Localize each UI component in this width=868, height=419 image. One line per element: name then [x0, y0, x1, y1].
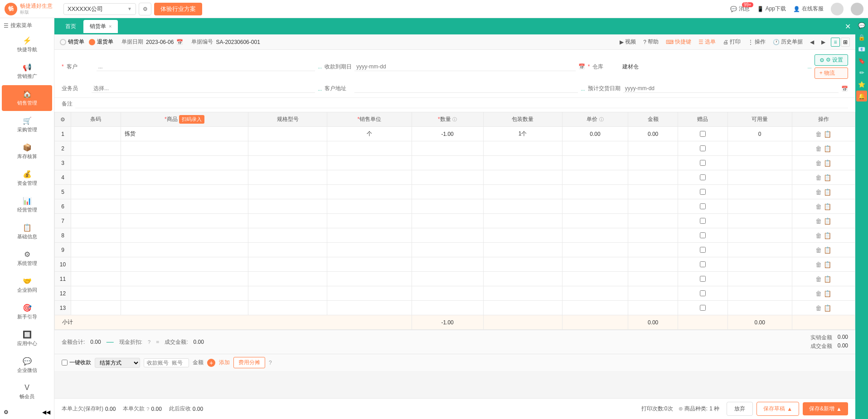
- row-pkg-qty[interactable]: [483, 301, 562, 315]
- delete-row-button[interactable]: 🗑: [815, 145, 822, 152]
- sidebar-item-search[interactable]: ☰ 搜索菜单: [0, 18, 54, 31]
- row-unit[interactable]: [327, 170, 412, 185]
- setting-button[interactable]: ⚙ ⚙ 设置: [815, 54, 848, 66]
- scan-button[interactable]: 扫码录入: [179, 115, 204, 124]
- customer-addr-input[interactable]: [354, 84, 578, 93]
- company-selector[interactable]: XXXXXX公司 ▼: [63, 3, 136, 15]
- copy-row-button[interactable]: 📋: [824, 203, 831, 210]
- row-product[interactable]: [121, 257, 248, 272]
- rs-icon-chat[interactable]: 💬: [856, 20, 867, 31]
- row-unit[interactable]: [327, 301, 412, 315]
- gift-checkbox[interactable]: [700, 189, 706, 195]
- sidebar-item-system[interactable]: ⚙ 系统管理: [2, 246, 52, 271]
- calendar-due-icon[interactable]: 📅: [578, 63, 585, 70]
- row-barcode[interactable]: [71, 272, 121, 286]
- next-icon[interactable]: ▶: [820, 38, 827, 46]
- close-all-tabs-icon[interactable]: ✕: [845, 22, 851, 31]
- row-product[interactable]: [121, 185, 248, 199]
- trial-button[interactable]: 体验行业方案: [154, 3, 202, 15]
- discount-help-icon[interactable]: ?: [148, 339, 150, 345]
- row-amount[interactable]: [628, 243, 678, 257]
- row-qty[interactable]: -1.00: [412, 127, 483, 141]
- add-payment-label[interactable]: 添加: [219, 359, 230, 366]
- copy-row-button[interactable]: 📋: [824, 246, 831, 254]
- row-barcode[interactable]: [71, 257, 121, 272]
- copy-row-button[interactable]: 📋: [824, 130, 831, 138]
- one-click-payment-check[interactable]: 一键收款: [62, 359, 91, 366]
- row-gift[interactable]: [678, 286, 727, 301]
- row-amount[interactable]: [628, 301, 678, 315]
- copy-row-button[interactable]: 📋: [824, 217, 831, 225]
- row-price[interactable]: [562, 156, 628, 170]
- row-qty[interactable]: [412, 156, 483, 170]
- prev-icon[interactable]: ◀: [808, 38, 816, 46]
- one-click-checkbox[interactable]: [62, 360, 68, 366]
- row-qty[interactable]: [412, 185, 483, 199]
- row-pkg-qty[interactable]: [483, 228, 562, 243]
- settings-icon[interactable]: ⚙: [139, 3, 151, 15]
- sidebar-settings-icon[interactable]: ⚙: [4, 409, 9, 415]
- warehouse-more-btn[interactable]: ...: [807, 64, 811, 69]
- delete-row-button[interactable]: 🗑: [815, 217, 822, 225]
- row-barcode[interactable]: [71, 301, 121, 315]
- rs-icon-star[interactable]: ⭐: [856, 79, 867, 90]
- copy-row-button[interactable]: 📋: [824, 145, 831, 152]
- rs-icon-bookmark[interactable]: 🔖: [856, 55, 867, 66]
- copy-row-button[interactable]: 📋: [824, 174, 831, 181]
- delete-row-button[interactable]: 🗑: [815, 232, 822, 239]
- row-unit[interactable]: 个: [327, 127, 412, 141]
- row-spec[interactable]: [248, 272, 327, 286]
- row-barcode[interactable]: [71, 127, 121, 141]
- row-product[interactable]: [121, 214, 248, 228]
- radio-return-order[interactable]: 退货单: [89, 38, 113, 46]
- copy-row-button[interactable]: 📋: [824, 304, 831, 312]
- app-download-nav-item[interactable]: 📱 App下载: [757, 5, 786, 13]
- customer-more-btn[interactable]: ...: [318, 64, 322, 69]
- expected-date-input[interactable]: [623, 84, 839, 93]
- row-spec[interactable]: [248, 301, 327, 315]
- row-gift[interactable]: [678, 257, 727, 272]
- row-spec[interactable]: [248, 257, 327, 272]
- calendar-expected-icon[interactable]: 📅: [841, 86, 848, 92]
- row-gift[interactable]: [678, 214, 727, 228]
- sidebar-item-collab[interactable]: 🤝 企业协同: [2, 272, 52, 298]
- save-draft-button[interactable]: 保存草稿 ▲: [756, 402, 799, 416]
- row-price[interactable]: [562, 272, 628, 286]
- row-pkg-qty[interactable]: [483, 243, 562, 257]
- row-spec[interactable]: [248, 185, 327, 199]
- copy-row-button[interactable]: 📋: [824, 261, 831, 268]
- row-qty[interactable]: [412, 272, 483, 286]
- row-qty[interactable]: [412, 199, 483, 214]
- row-qty[interactable]: [412, 170, 483, 185]
- gift-checkbox[interactable]: [700, 174, 706, 180]
- row-unit[interactable]: [327, 141, 412, 156]
- row-product[interactable]: [121, 141, 248, 156]
- video-btn[interactable]: ▶ 视频: [618, 37, 638, 47]
- sidebar-item-quick-nav[interactable]: ⚡ 快捷导航: [2, 32, 52, 58]
- view-list-icon[interactable]: ≡: [831, 38, 840, 47]
- row-pkg-qty[interactable]: [483, 141, 562, 156]
- row-barcode[interactable]: [71, 199, 121, 214]
- discard-button[interactable]: 放弃: [727, 402, 753, 416]
- row-amount[interactable]: 0.00: [628, 127, 678, 141]
- sidebar-item-operation[interactable]: 📊 经营管理: [2, 192, 52, 218]
- avatar[interactable]: [831, 3, 844, 15]
- row-gift[interactable]: [678, 243, 727, 257]
- row-price[interactable]: [562, 185, 628, 199]
- row-barcode[interactable]: [71, 141, 121, 156]
- row-unit[interactable]: [327, 243, 412, 257]
- row-price[interactable]: [562, 170, 628, 185]
- op-btn[interactable]: ⋮ 操作: [746, 37, 767, 47]
- due-date-input[interactable]: [354, 63, 575, 71]
- row-product[interactable]: [121, 228, 248, 243]
- sidebar-item-sales[interactable]: 🏠 销售管理: [2, 85, 52, 111]
- row-gift[interactable]: [678, 228, 727, 243]
- row-pkg-qty[interactable]: [483, 156, 562, 170]
- tab-close-icon[interactable]: ×: [109, 24, 112, 29]
- rs-icon-edit[interactable]: ✏: [856, 67, 867, 78]
- row-price[interactable]: [562, 228, 628, 243]
- gift-checkbox[interactable]: [700, 232, 706, 238]
- sidebar-item-basic-info[interactable]: 📋 基础信息: [2, 219, 52, 245]
- split-button[interactable]: 费用分摊: [233, 357, 265, 368]
- note-input[interactable]: [75, 100, 848, 108]
